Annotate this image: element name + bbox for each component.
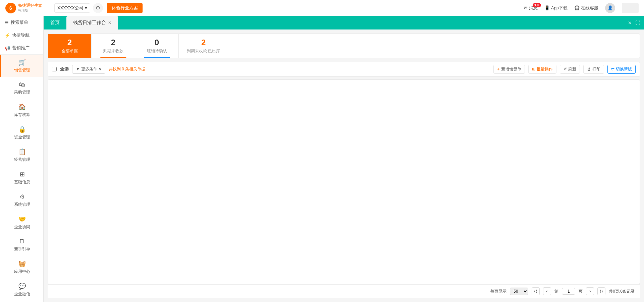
- enterprise-icon: 🤝: [18, 216, 26, 223]
- filter-chevron: ∨: [99, 67, 102, 71]
- print-button[interactable]: 🖨 打印: [583, 65, 604, 74]
- page-prev-btn[interactable]: ＜: [543, 287, 551, 295]
- page-last-btn[interactable]: ⟩⟩: [597, 287, 605, 295]
- filter-button[interactable]: ▼ 更多条件 ∨: [72, 65, 105, 74]
- sys-label: 系统管理: [14, 202, 30, 207]
- refresh-label: 刷新: [568, 66, 576, 72]
- tab-fullscreen-btn[interactable]: ⛶: [635, 20, 640, 25]
- plus-icon: +: [497, 66, 500, 72]
- message-icon: ✉: [524, 5, 528, 10]
- sidebar-item-purchase-mgmt[interactable]: 🛍 采购管理: [0, 77, 43, 99]
- search-menu-label: 搜索菜单: [11, 19, 28, 25]
- logo-icon: 6: [5, 3, 16, 13]
- guide-label: 新手引导: [14, 246, 30, 252]
- stat-card-all[interactable]: 2 全部单据: [48, 34, 92, 58]
- sidebar-item-search-menu[interactable]: ☰ 搜索菜单: [0, 16, 43, 29]
- sidebar-item-finance[interactable]: 🔒 资金管理: [0, 122, 43, 144]
- app-download-item[interactable]: 📱 App下载: [544, 5, 568, 11]
- sys-icon: ⚙: [19, 193, 25, 200]
- quick-nav-label: 快捷导航: [12, 32, 30, 38]
- total-info: 共0页,0条记录: [609, 289, 635, 294]
- batch-icon: ⊞: [532, 67, 535, 71]
- sidebar-item-app-center[interactable]: 🧺 应用中心: [0, 256, 43, 279]
- main-layout: ☰ 搜索菜单 ⚡ 快捷导航 📢 营销推广 🛒 销售管理 🛍 采购管理 🏠 库存核…: [0, 16, 644, 302]
- sidebar-item-wechat[interactable]: 💬 企业微信: [0, 279, 43, 301]
- stat-label-wangpu: 旺铺待确认: [143, 48, 170, 54]
- search-menu-icon: ☰: [5, 20, 9, 25]
- marketing-label: 营销推广: [12, 45, 30, 51]
- app-center-icon: 🧺: [18, 260, 26, 267]
- marketing-icon: 📢: [5, 46, 10, 51]
- per-page-label: 每页显示: [490, 289, 506, 294]
- switch-label: 切换新版: [616, 66, 632, 72]
- batch-label: 批量操作: [537, 66, 553, 72]
- tab-workbench[interactable]: 钱货日清工作台 ✕: [66, 16, 118, 29]
- sidebar-item-basic-info[interactable]: ⊞ 基础信息: [0, 167, 43, 189]
- gear-icon: ⚙: [96, 5, 100, 11]
- tab-actions: ✕ ⛶: [628, 20, 644, 25]
- refresh-button[interactable]: ↺ 刷新: [560, 65, 580, 74]
- page-input[interactable]: [562, 288, 575, 295]
- table-empty-state: [48, 80, 640, 284]
- purchase-label: 采购管理: [14, 89, 30, 95]
- app-download-label: App下载: [551, 5, 568, 11]
- refresh-icon: ↺: [564, 67, 567, 71]
- stat-count-unship: 2: [187, 38, 220, 48]
- new-btn-label: 新增销货单: [501, 66, 521, 72]
- select-all-label: 全选: [60, 66, 69, 72]
- sidebar-item-inventory[interactable]: 🏠 库存核算: [0, 99, 43, 122]
- stat-label-all: 全部单据: [56, 48, 83, 54]
- stat-label-unship: 到期未收款 已出库: [187, 48, 220, 54]
- message-item[interactable]: ✉ 消息 99+: [524, 5, 538, 11]
- tab-close-window-btn[interactable]: ✕: [628, 20, 632, 25]
- guide-icon: 🗒: [19, 238, 25, 245]
- sidebar-item-enterprise[interactable]: 🤝 企业协同: [0, 212, 43, 234]
- content-area: 首页 钱货日清工作台 ✕ ✕ ⛶ 2 全部单据 2 到期未收款: [44, 16, 644, 302]
- per-page-select[interactable]: 50 100 200: [510, 288, 528, 295]
- dropdown-icon: ▾: [85, 5, 87, 10]
- settings-button[interactable]: ⚙: [93, 3, 103, 13]
- username-area: [622, 3, 639, 13]
- stat-count-all: 2: [56, 38, 83, 48]
- stat-count-wangpu: 0: [143, 38, 170, 48]
- batch-button[interactable]: ⊞ 批量操作: [528, 65, 556, 74]
- toolbar-left: 全选 ▼ 更多条件 ∨ 共找到 0 条相关单据: [52, 65, 489, 74]
- sidebar-item-quick-nav[interactable]: ⚡ 快捷导航: [0, 29, 43, 42]
- page-label-di: 第: [554, 289, 558, 294]
- avatar[interactable]: 👤: [605, 3, 615, 13]
- sidebar-item-sys-mgmt[interactable]: ⚙ 系统管理: [0, 189, 43, 212]
- online-service-label: 在线客服: [581, 5, 598, 11]
- stat-underline-orange: [100, 57, 126, 58]
- stat-card-wangpu[interactable]: 0 旺铺待确认: [135, 34, 179, 58]
- tab-bar: 首页 钱货日清工作台 ✕ ✕ ⛶: [44, 16, 644, 29]
- stat-card-overdue[interactable]: 2 到期未收款: [92, 34, 135, 58]
- sidebar-item-marketing[interactable]: 📢 营销推广: [0, 42, 43, 54]
- tab-workbench-label: 钱货日清工作台: [73, 20, 106, 26]
- found-count-text: 共找到 0 条相关单据: [109, 66, 145, 72]
- stat-card-unship[interactable]: 2 到期未收款 已出库: [179, 34, 228, 58]
- page-next-btn[interactable]: ＞: [586, 287, 594, 295]
- sidebar-item-guide[interactable]: 🗒 新手引导: [0, 234, 43, 256]
- switch-icon: ⇄: [611, 67, 614, 71]
- sidebar-item-sales-mgmt[interactable]: 🛒 销售管理: [0, 55, 43, 77]
- sales-icon: 🛒: [18, 59, 26, 66]
- company-selector[interactable]: XXXXXX公司 ▾: [54, 3, 90, 13]
- switch-version-button[interactable]: ⇄ 切换新版: [607, 65, 636, 74]
- tab-home-label: 首页: [50, 20, 60, 26]
- select-all-checkbox[interactable]: [52, 67, 57, 71]
- app-center-label: 应用中心: [14, 269, 30, 275]
- tab-close-icon[interactable]: ✕: [108, 20, 111, 25]
- tab-home[interactable]: 首页: [44, 16, 66, 29]
- inventory-icon: 🏠: [18, 103, 26, 111]
- toolbar-right: + 新增销货单 ⊞ 批量操作 ↺ 刷新 🖨 打印: [493, 65, 636, 74]
- online-service-item[interactable]: 🎧 在线客服: [574, 5, 598, 11]
- sidebar-item-operation[interactable]: 📋 经营管理: [0, 144, 43, 167]
- new-sales-button[interactable]: + 新增销货单: [493, 65, 525, 74]
- stat-underline-blue: [144, 57, 170, 58]
- trial-button[interactable]: 体验行业方案: [107, 3, 143, 13]
- found-count-number: 0: [122, 67, 124, 71]
- filter-icon: ▼: [76, 67, 80, 71]
- page-label-ye: 页: [579, 289, 583, 294]
- page-first-btn[interactable]: ⟨⟨: [532, 287, 540, 295]
- basic-info-icon: ⊞: [20, 171, 25, 178]
